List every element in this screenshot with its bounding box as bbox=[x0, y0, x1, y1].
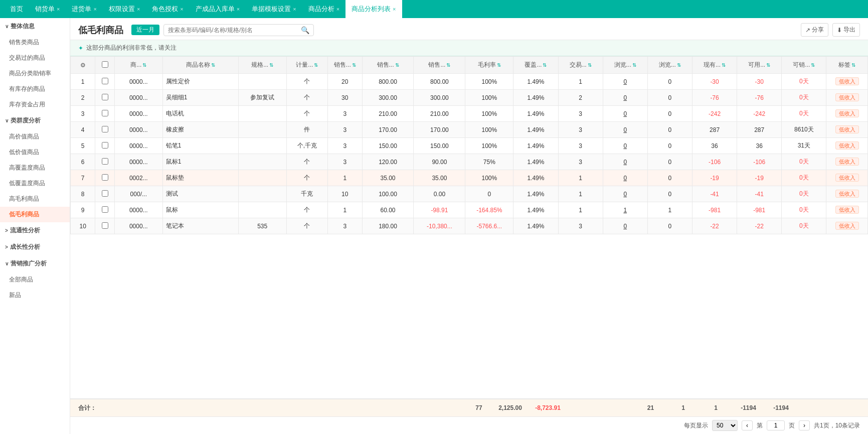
browse1-link[interactable]: 0 bbox=[623, 191, 627, 198]
row-browse1[interactable]: 1 bbox=[603, 202, 647, 218]
date-range-tag[interactable]: 近一月 bbox=[131, 25, 159, 35]
sort-icon-name[interactable]: ⇅ bbox=[211, 62, 215, 68]
browse1-link[interactable]: 0 bbox=[623, 175, 627, 182]
sidebar-item-高价值商品[interactable]: 高价值商品 bbox=[0, 129, 70, 144]
browse1-link[interactable]: 0 bbox=[623, 142, 627, 150]
sort-icon-coverage[interactable]: ⇅ bbox=[543, 62, 547, 68]
col-header-sales_qty[interactable]: 销售...⇅ bbox=[328, 57, 363, 74]
col-header-sales_profit[interactable]: 销售...⇅ bbox=[414, 57, 465, 74]
row-checkbox[interactable] bbox=[95, 138, 114, 154]
col-header-gross_rate[interactable]: 毛利率⇅ bbox=[465, 57, 513, 74]
sidebar-item-全部商品[interactable]: 全部商品 bbox=[0, 272, 70, 287]
sidebar-group-流通性分析[interactable]: >流通性分析 bbox=[0, 222, 70, 239]
browse1-link[interactable]: 0 bbox=[623, 223, 627, 230]
table-row[interactable]: 20000...吴细细1参加复试个30300.00300.00100%1.49%… bbox=[71, 90, 868, 106]
table-row[interactable]: 40000...橡皮擦件3170.00170.00100%1.49%300287… bbox=[71, 122, 868, 138]
sidebar-group-类群度分析[interactable]: ∨类群度分析 bbox=[0, 112, 70, 129]
col-header-unit[interactable]: 计量...⇅ bbox=[286, 57, 327, 74]
row-checkbox[interactable] bbox=[95, 186, 114, 202]
search-icon[interactable]: 🔍 bbox=[301, 26, 309, 34]
sort-icon-code[interactable]: ⇅ bbox=[142, 62, 146, 68]
row-browse1[interactable]: 0 bbox=[603, 74, 647, 90]
browse1-link[interactable]: 0 bbox=[623, 159, 627, 166]
table-row[interactable]: 8000/...测试千克10100.000.0001.49%100-41-410… bbox=[71, 186, 868, 202]
settings-icon[interactable]: ⚙ bbox=[80, 62, 86, 69]
sidebar-item-高覆盖度商品[interactable]: 高覆盖度商品 bbox=[0, 160, 70, 176]
select-all-checkbox[interactable] bbox=[102, 61, 108, 68]
table-row[interactable]: 70002...鼠标垫个135.0035.00100%1.49%100-19-1… bbox=[71, 170, 868, 186]
page-number-input[interactable] bbox=[767, 420, 785, 430]
sidebar-item-低价值商品[interactable]: 低价值商品 bbox=[0, 144, 70, 160]
sort-icon-current_stock[interactable]: ⇅ bbox=[722, 62, 726, 68]
nav-item-首页[interactable]: 首页 bbox=[4, 0, 29, 18]
row-checkbox[interactable] bbox=[95, 106, 114, 122]
search-input[interactable] bbox=[168, 27, 301, 34]
table-row[interactable]: 90000...鼠标个160.00-98.91-164.85%1.49%111-… bbox=[71, 202, 868, 218]
col-header-sales_amt[interactable]: 销售...⇅ bbox=[362, 57, 414, 74]
sort-icon-browse1[interactable]: ⇅ bbox=[632, 62, 636, 68]
row-browse1[interactable]: 0 bbox=[603, 218, 647, 234]
nav-item-权限设置[interactable]: 权限设置× bbox=[103, 0, 146, 18]
sidebar-group-整体信息[interactable]: ∨整体信息 bbox=[0, 18, 70, 35]
sort-icon-sales_amt[interactable]: ⇅ bbox=[395, 62, 399, 68]
table-row[interactable]: 30000...电话机个3210.00210.00100%1.49%300-24… bbox=[71, 106, 868, 122]
sidebar-item-高毛利商品[interactable]: 高毛利商品 bbox=[0, 191, 70, 207]
sidebar-item-交易过的商品[interactable]: 交易过的商品 bbox=[0, 50, 70, 66]
row-checkbox[interactable] bbox=[95, 74, 114, 90]
nav-close-icon[interactable]: × bbox=[180, 6, 183, 12]
sidebar-item-新品[interactable]: 新品 bbox=[0, 287, 70, 303]
row-browse1[interactable]: 0 bbox=[603, 186, 647, 202]
nav-item-商品分析[interactable]: 商品分析× bbox=[302, 0, 345, 18]
row-checkbox[interactable] bbox=[95, 170, 114, 186]
nav-close-icon[interactable]: × bbox=[293, 6, 296, 12]
sort-icon-sales_profit[interactable]: ⇅ bbox=[446, 62, 450, 68]
nav-close-icon[interactable]: × bbox=[137, 6, 140, 12]
row-checkbox[interactable] bbox=[95, 218, 114, 234]
col-header-browse2[interactable]: 浏览...⇅ bbox=[647, 57, 692, 74]
export-button[interactable]: ⬇ 导出 bbox=[832, 23, 860, 37]
table-row[interactable]: 10000...属性定价个20800.00800.00100%1.49%100-… bbox=[71, 74, 868, 90]
col-header-avail_stock[interactable]: 可用...⇅ bbox=[737, 57, 782, 74]
nav-item-销货单[interactable]: 销货单× bbox=[29, 0, 66, 18]
nav-close-icon[interactable]: × bbox=[237, 6, 240, 12]
sort-icon-trade_count[interactable]: ⇅ bbox=[588, 62, 592, 68]
col-header-spec[interactable]: 规格...⇅ bbox=[238, 57, 286, 74]
prev-page-button[interactable]: ‹ bbox=[742, 420, 753, 430]
sidebar-item-低毛利商品[interactable]: 低毛利商品 bbox=[0, 207, 70, 222]
sidebar-item-低覆盖度商品[interactable]: 低覆盖度商品 bbox=[0, 176, 70, 191]
col-header-name[interactable]: 商品名称⇅ bbox=[162, 57, 238, 74]
table-row[interactable]: 100000...笔记本535个3180.00-10,380...-5766.6… bbox=[71, 218, 868, 234]
nav-item-单据模板设置[interactable]: 单据模板设置× bbox=[246, 0, 302, 18]
col-header-browse1[interactable]: 浏览...⇅ bbox=[603, 57, 647, 74]
sort-icon-spec[interactable]: ⇅ bbox=[269, 62, 273, 68]
row-browse1[interactable]: 0 bbox=[603, 90, 647, 106]
row-browse1[interactable]: 0 bbox=[603, 154, 647, 170]
nav-close-icon[interactable]: × bbox=[393, 6, 396, 12]
nav-item-商品分析列表[interactable]: 商品分析列表× bbox=[345, 0, 402, 18]
row-browse1[interactable]: 0 bbox=[603, 138, 647, 154]
col-header-code[interactable]: 商...⇅ bbox=[114, 57, 162, 74]
sidebar-item-库存资金占用[interactable]: 库存资金占用 bbox=[0, 97, 70, 112]
sort-icon-tag[interactable]: ⇅ bbox=[851, 62, 855, 68]
sidebar-item-商品分类助销率[interactable]: 商品分类助销率 bbox=[0, 66, 70, 81]
row-checkbox[interactable] bbox=[95, 90, 114, 106]
browse1-link[interactable]: 0 bbox=[623, 110, 627, 117]
browse1-link[interactable]: 0 bbox=[623, 94, 627, 101]
data-table-container[interactable]: ⚙商...⇅商品名称⇅规格...⇅计量...⇅销售...⇅销售...⇅销售...… bbox=[70, 56, 868, 398]
row-browse1[interactable]: 0 bbox=[603, 122, 647, 138]
sort-icon-unit[interactable]: ⇅ bbox=[314, 62, 318, 68]
row-checkbox[interactable] bbox=[95, 154, 114, 170]
row-checkbox[interactable] bbox=[95, 202, 114, 218]
nav-item-产成品入库单[interactable]: 产成品入库单× bbox=[190, 0, 246, 18]
col-header-current_stock[interactable]: 现有...⇅ bbox=[692, 57, 737, 74]
nav-item-进货单[interactable]: 进货单× bbox=[66, 0, 102, 18]
sidebar-item-有库存的商品[interactable]: 有库存的商品 bbox=[0, 81, 70, 97]
page-size-select[interactable]: 50100200 bbox=[712, 420, 738, 431]
sort-icon-browse2[interactable]: ⇅ bbox=[677, 62, 681, 68]
table-row[interactable]: 50000...铅笔1个,千克3150.00150.00100%1.49%300… bbox=[71, 138, 868, 154]
browse1-link[interactable]: 0 bbox=[623, 78, 627, 85]
sort-icon-gross_rate[interactable]: ⇅ bbox=[497, 62, 501, 68]
browse1-link[interactable]: 0 bbox=[623, 126, 627, 133]
sidebar-group-营销推广分析[interactable]: ∨营销推广分析 bbox=[0, 255, 70, 272]
sort-icon-avail_stock[interactable]: ⇅ bbox=[766, 62, 770, 68]
